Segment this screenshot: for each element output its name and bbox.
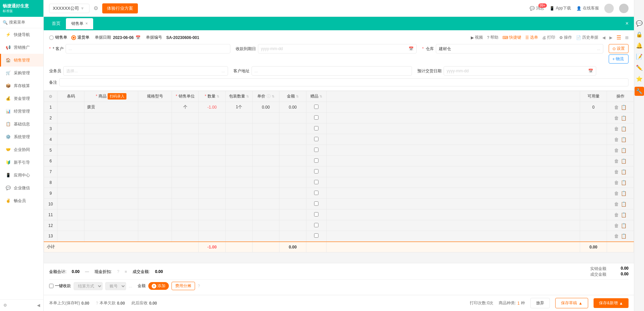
delete-icon[interactable]: 🗑 bbox=[614, 233, 619, 239]
sidebar-item-purchase[interactable]: 🛒 采购管理 bbox=[0, 67, 43, 79]
sidebar-item-system[interactable]: ⚙️ 系统管理 bbox=[0, 130, 43, 143]
video-btn[interactable]: ▶ 视频 bbox=[471, 35, 483, 40]
add-payment-btn[interactable]: + 添加 bbox=[148, 282, 169, 290]
cell-pkg-qty[interactable] bbox=[226, 134, 253, 145]
expense-help-icon[interactable]: ? bbox=[198, 284, 200, 288]
app-download-btn[interactable]: 📱 App下载 bbox=[550, 5, 571, 11]
cell-remark[interactable] bbox=[327, 220, 580, 231]
cell-qty[interactable] bbox=[199, 220, 226, 231]
cell-price[interactable] bbox=[253, 199, 279, 209]
cell-unit[interactable]: 个 bbox=[172, 102, 199, 113]
sort-qty-icon[interactable]: ⇅ bbox=[217, 94, 219, 98]
cell-gift[interactable] bbox=[306, 166, 327, 177]
delete-icon[interactable]: 🗑 bbox=[614, 115, 619, 121]
cell-qty[interactable] bbox=[199, 145, 226, 156]
copy-icon[interactable]: 📋 bbox=[621, 115, 627, 121]
radio-sales-order[interactable]: 销售单 bbox=[49, 35, 67, 40]
cell-pkg-qty[interactable] bbox=[226, 145, 253, 156]
cell-amount[interactable] bbox=[279, 166, 306, 177]
cell-barcode[interactable] bbox=[58, 188, 84, 199]
trial-btn[interactable]: 体验行业方案 bbox=[102, 3, 138, 13]
cell-spec[interactable] bbox=[138, 220, 172, 231]
gift-checkbox[interactable] bbox=[314, 105, 318, 109]
copy-icon[interactable]: 📋 bbox=[621, 191, 627, 196]
cell-unit[interactable] bbox=[172, 199, 199, 209]
payment-dots[interactable]: ... bbox=[129, 284, 132, 288]
calendar-icon[interactable]: 📅 bbox=[136, 35, 141, 40]
view-grid-icon[interactable]: ⊞ bbox=[625, 35, 629, 40]
gift-checkbox[interactable] bbox=[314, 137, 318, 141]
copy-icon[interactable]: 📋 bbox=[621, 148, 627, 153]
cell-price[interactable] bbox=[253, 145, 279, 156]
tab-home[interactable]: 首页 bbox=[46, 18, 66, 29]
cell-gift[interactable] bbox=[306, 134, 327, 145]
right-panel-icon-1[interactable]: 💬 bbox=[636, 20, 643, 27]
cell-unit[interactable] bbox=[172, 188, 199, 199]
cell-goods[interactable] bbox=[84, 231, 138, 242]
tab-close-right-icon[interactable]: × bbox=[626, 21, 631, 27]
shortcut-btn[interactable]: ⌨ 快捷键 bbox=[502, 35, 521, 40]
gift-checkbox[interactable] bbox=[314, 126, 318, 130]
copy-icon[interactable]: 📋 bbox=[621, 169, 627, 174]
cell-spec[interactable] bbox=[138, 231, 172, 242]
cell-goods[interactable] bbox=[84, 123, 138, 134]
cell-spec[interactable] bbox=[138, 156, 172, 166]
delete-icon[interactable]: 🗑 bbox=[614, 212, 619, 218]
cell-barcode[interactable] bbox=[58, 123, 84, 134]
delete-icon[interactable]: 🗑 bbox=[614, 169, 619, 174]
sidebar-collapse-icon[interactable]: ◀ bbox=[37, 303, 40, 308]
sort-price-icon[interactable]: ⇅ bbox=[272, 94, 274, 98]
gift-checkbox[interactable] bbox=[314, 115, 318, 120]
gift-checkbox[interactable] bbox=[314, 180, 318, 184]
sidebar-item-marketing[interactable]: 📢 营销推广 bbox=[0, 41, 43, 54]
cell-spec[interactable] bbox=[138, 113, 172, 123]
cell-remark[interactable] bbox=[327, 209, 580, 220]
cell-barcode[interactable] bbox=[58, 113, 84, 123]
settings-btn[interactable]: ⊙ 设置 bbox=[609, 44, 629, 53]
cell-price[interactable] bbox=[253, 123, 279, 134]
cell-barcode[interactable] bbox=[58, 134, 84, 145]
logistics-btn[interactable]: + 物流 bbox=[609, 54, 629, 64]
delete-icon[interactable]: 🗑 bbox=[614, 191, 619, 196]
select-btn[interactable]: ☰ 选单 bbox=[525, 35, 538, 40]
gift-checkbox[interactable] bbox=[314, 201, 318, 206]
cell-pkg-qty[interactable] bbox=[226, 199, 253, 209]
sidebar-item-member[interactable]: ✌️ 畅会员 bbox=[0, 194, 43, 207]
save-new-btn[interactable]: 保存&新增 ▲ bbox=[594, 298, 629, 308]
cell-price[interactable] bbox=[253, 113, 279, 123]
cell-price[interactable] bbox=[253, 166, 279, 177]
cell-amount[interactable] bbox=[279, 209, 306, 220]
sort-gift-icon[interactable]: ⇅ bbox=[319, 94, 322, 98]
cell-amount[interactable] bbox=[279, 134, 306, 145]
cell-spec[interactable] bbox=[138, 177, 172, 188]
right-panel-icon-4[interactable]: 📝 bbox=[636, 53, 643, 60]
cell-goods[interactable] bbox=[84, 156, 138, 166]
radio-return-order[interactable]: 退货单 bbox=[71, 35, 89, 40]
cell-amount[interactable] bbox=[279, 177, 306, 188]
cell-price[interactable] bbox=[253, 220, 279, 231]
cell-unit[interactable] bbox=[172, 123, 199, 134]
cell-pkg-qty[interactable] bbox=[226, 220, 253, 231]
gift-checkbox[interactable] bbox=[314, 148, 318, 152]
cell-remark[interactable] bbox=[327, 156, 580, 166]
cell-remark[interactable] bbox=[327, 102, 580, 113]
calc-method-select[interactable]: 结算方式 bbox=[74, 282, 103, 290]
one-click-check[interactable] bbox=[49, 284, 53, 288]
cell-remark[interactable] bbox=[327, 199, 580, 209]
cell-pkg-qty[interactable]: 1个 bbox=[226, 102, 253, 113]
cell-unit[interactable] bbox=[172, 177, 199, 188]
total-owed-help[interactable]: ? bbox=[96, 301, 98, 306]
cell-barcode[interactable] bbox=[58, 145, 84, 156]
cell-price[interactable] bbox=[253, 156, 279, 166]
sort-pkg-icon[interactable]: ⇅ bbox=[246, 94, 249, 98]
cell-spec[interactable] bbox=[138, 166, 172, 177]
right-panel-icon-6[interactable]: ⭐ bbox=[636, 76, 643, 82]
cell-goods[interactable] bbox=[84, 209, 138, 220]
cell-qty[interactable]: -1.00 bbox=[199, 102, 226, 113]
cell-spec[interactable] bbox=[138, 145, 172, 156]
delivery-calendar-icon[interactable]: 📅 bbox=[588, 69, 593, 73]
gift-checkbox[interactable] bbox=[314, 169, 318, 173]
warehouse-input[interactable]: 建材仓 ... bbox=[436, 44, 603, 53]
cell-goods[interactable] bbox=[84, 220, 138, 231]
delete-icon[interactable]: 🗑 bbox=[614, 223, 619, 228]
